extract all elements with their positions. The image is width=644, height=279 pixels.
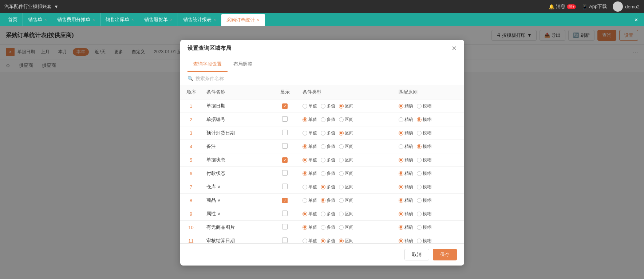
radio-btn-range[interactable]: [339, 144, 344, 149]
radio-option-exact[interactable]: 精确: [399, 117, 413, 123]
radio-btn-multi[interactable]: [321, 225, 325, 230]
radio-btn-range[interactable]: [339, 185, 344, 189]
checkbox-unchecked[interactable]: [282, 116, 288, 122]
tab-close-purchase-stats[interactable]: ×: [257, 18, 259, 22]
radio-option-fuzzy[interactable]: 模糊: [417, 103, 431, 109]
radio-option-multi[interactable]: 多值: [321, 103, 335, 109]
radio-btn-single[interactable]: [303, 225, 307, 230]
radio-btn-exact[interactable]: [399, 171, 403, 176]
radio-btn-fuzzy[interactable]: [417, 185, 422, 189]
radio-btn-exact[interactable]: [399, 131, 403, 135]
tab-sales-out[interactable]: 销售出库单 ×: [100, 13, 139, 26]
radio-btn-single[interactable]: [303, 185, 307, 189]
radio-option-fuzzy[interactable]: 模糊: [417, 170, 431, 177]
radio-btn-range[interactable]: [339, 131, 344, 135]
modal-tab-layout[interactable]: 布局调整: [228, 57, 258, 72]
radio-btn-multi[interactable]: [321, 171, 325, 176]
radio-btn-exact[interactable]: [399, 104, 403, 109]
radio-btn-fuzzy[interactable]: [417, 104, 422, 109]
radio-option-multi[interactable]: 多值: [321, 238, 335, 244]
radio-option-fuzzy[interactable]: 模糊: [417, 238, 431, 244]
tab-sales-order[interactable]: 销售单 ×: [23, 13, 52, 26]
radio-btn-range[interactable]: [339, 117, 344, 122]
radio-option-multi[interactable]: 多值: [321, 117, 335, 123]
checkbox-unchecked[interactable]: [282, 170, 288, 176]
radio-btn-fuzzy[interactable]: [417, 212, 422, 216]
radio-option-single[interactable]: 单值: [303, 117, 317, 123]
radio-btn-fuzzy[interactable]: [417, 131, 422, 135]
radio-option-single[interactable]: 单值: [303, 144, 317, 150]
modal-tab-query-fields[interactable]: 查询字段设置: [187, 57, 228, 72]
radio-option-fuzzy[interactable]: 模糊: [417, 144, 431, 150]
radio-option-single[interactable]: 单值: [303, 170, 317, 177]
radio-btn-single[interactable]: [303, 144, 307, 149]
radio-option-exact[interactable]: 精确: [399, 238, 413, 244]
radio-btn-fuzzy[interactable]: [417, 144, 422, 149]
radio-option-range[interactable]: 区间: [339, 197, 353, 204]
checkbox-unchecked[interactable]: [282, 130, 288, 135]
cancel-button[interactable]: 取消: [404, 249, 429, 260]
radio-option-range[interactable]: 区间: [339, 130, 353, 136]
radio-btn-single[interactable]: [303, 117, 307, 122]
radio-option-fuzzy[interactable]: 模糊: [417, 184, 431, 190]
tab-close-sales-stats[interactable]: ×: [214, 17, 216, 22]
radio-btn-exact[interactable]: [399, 225, 403, 230]
radio-btn-multi[interactable]: [321, 212, 325, 216]
cell-display[interactable]: ✓: [272, 194, 298, 207]
radio-option-single[interactable]: 单值: [303, 211, 317, 217]
radio-option-single[interactable]: 单值: [303, 224, 317, 231]
cell-display[interactable]: [272, 234, 298, 244]
save-button[interactable]: 保存: [433, 249, 457, 260]
radio-btn-single[interactable]: [303, 239, 307, 243]
checkbox-checked[interactable]: ✓: [282, 198, 288, 203]
radio-option-single[interactable]: 单值: [303, 103, 317, 109]
notification-area[interactable]: 🔔 消息 99+: [549, 3, 576, 10]
cell-display[interactable]: [272, 140, 298, 153]
radio-option-range[interactable]: 区间: [339, 184, 353, 190]
radio-option-single[interactable]: 单值: [303, 157, 317, 163]
radio-btn-exact[interactable]: [399, 212, 403, 216]
checkbox-unchecked[interactable]: [282, 224, 288, 229]
radio-option-range[interactable]: 区间: [339, 103, 353, 109]
radio-btn-fuzzy[interactable]: [417, 225, 422, 230]
radio-option-multi[interactable]: 多值: [321, 130, 335, 136]
checkbox-unchecked[interactable]: [282, 211, 288, 216]
radio-btn-multi[interactable]: [321, 239, 325, 243]
radio-option-exact[interactable]: 精确: [399, 103, 413, 109]
radio-btn-single[interactable]: [303, 171, 307, 176]
checkbox-checked[interactable]: ✓: [282, 157, 288, 163]
radio-btn-fuzzy[interactable]: [417, 239, 422, 243]
close-all-tabs[interactable]: ✕: [631, 17, 641, 23]
radio-btn-fuzzy[interactable]: [417, 158, 422, 162]
radio-option-fuzzy[interactable]: 模糊: [417, 197, 431, 204]
radio-btn-exact[interactable]: [399, 117, 403, 122]
radio-btn-multi[interactable]: [321, 131, 325, 135]
radio-option-exact[interactable]: 精确: [399, 197, 413, 204]
radio-btn-multi[interactable]: [321, 158, 325, 162]
cell-display[interactable]: [272, 180, 298, 194]
radio-option-range[interactable]: 区间: [339, 224, 353, 231]
cell-display[interactable]: [272, 207, 298, 221]
radio-option-single[interactable]: 单值: [303, 197, 317, 204]
radio-btn-single[interactable]: [303, 131, 307, 135]
tab-close-sales-order[interactable]: ×: [44, 17, 47, 22]
radio-btn-single[interactable]: [303, 158, 307, 162]
radio-option-fuzzy[interactable]: 模糊: [417, 117, 431, 123]
radio-btn-exact[interactable]: [399, 144, 403, 149]
radio-option-multi[interactable]: 多值: [321, 144, 335, 150]
tab-home[interactable]: 首页: [3, 13, 23, 26]
cell-display[interactable]: [272, 221, 298, 234]
tab-close-sales-out[interactable]: ×: [131, 17, 134, 22]
radio-btn-range[interactable]: [339, 158, 344, 162]
tab-sales-fee[interactable]: 销售费用分摊单 ×: [52, 13, 100, 26]
radio-option-fuzzy[interactable]: 模糊: [417, 130, 431, 136]
radio-option-multi[interactable]: 多值: [321, 197, 335, 204]
radio-btn-range[interactable]: [339, 225, 344, 230]
tab-sales-stats[interactable]: 销售统计报表 ×: [178, 13, 221, 26]
radio-btn-exact[interactable]: [399, 185, 403, 189]
tab-purchase-stats[interactable]: 采购订单统计 ×: [221, 14, 265, 26]
radio-option-multi[interactable]: 多值: [321, 184, 335, 190]
radio-btn-exact[interactable]: [399, 198, 403, 203]
radio-option-multi[interactable]: 多值: [321, 224, 335, 231]
radio-option-exact[interactable]: 精确: [399, 157, 413, 163]
